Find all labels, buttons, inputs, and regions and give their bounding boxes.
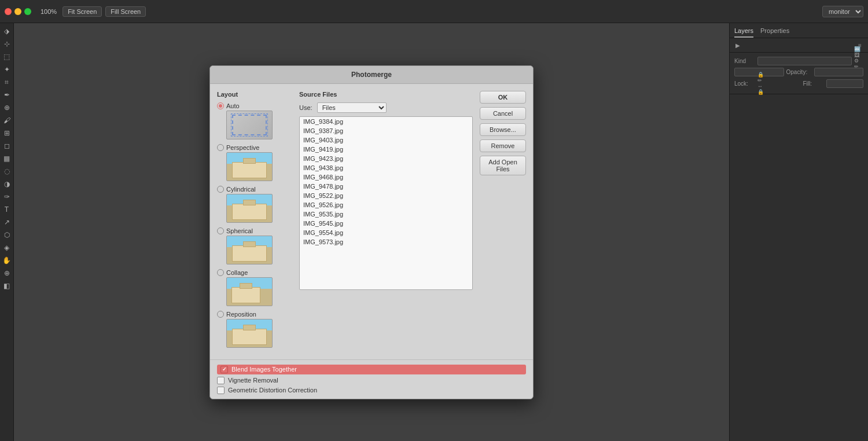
blending-row: Normal Opacity:	[734, 68, 863, 76]
cancel-button[interactable]: Cancel	[480, 107, 526, 120]
opacity-input[interactable]	[814, 68, 864, 76]
tool-heal[interactable]: ⊕	[1, 102, 13, 113]
tool-select[interactable]: ⊹	[1, 38, 13, 50]
use-select[interactable]: Files	[317, 102, 387, 113]
radio-reposition[interactable]	[217, 311, 224, 318]
tool-brush[interactable]: 🖌	[1, 115, 13, 126]
tool-eyedropper[interactable]: ✒	[1, 89, 13, 101]
bld-cylindrical	[232, 204, 267, 220]
kind-input[interactable]	[757, 57, 852, 65]
fill-input[interactable]	[826, 79, 864, 88]
file-item[interactable]: IMG_9535.jpg	[300, 210, 472, 219]
tab-properties[interactable]: Properties	[760, 27, 789, 38]
auto-thumb-inner	[232, 115, 267, 135]
tab-layers[interactable]: Layers	[734, 27, 753, 38]
dialog-buttons: OK Cancel Browse... Remove Add Open File…	[480, 91, 526, 352]
file-item[interactable]: IMG_9573.jpg	[300, 237, 472, 247]
layout-option-auto: Auto	[217, 102, 292, 139]
file-item[interactable]: IMG_9403.jpg	[300, 135, 472, 145]
tool-shape[interactable]: ⬡	[1, 229, 13, 241]
tool-gradient[interactable]: ▦	[1, 153, 13, 164]
radio-cylindrical[interactable]	[217, 186, 224, 193]
thumb-auto	[226, 111, 273, 139]
tool-hand[interactable]: ✋	[1, 255, 13, 266]
kind-icons: 🔤 🖼 ⚙ ✏ Aa	[854, 56, 863, 65]
file-item[interactable]: IMG_9419.jpg	[300, 145, 472, 154]
file-item[interactable]: IMG_9522.jpg	[300, 191, 472, 200]
tool-foreground-bg[interactable]: ◧	[1, 280, 13, 292]
maximize-button[interactable]	[24, 8, 31, 15]
tool-move[interactable]: ⬗	[1, 25, 13, 37]
label-spherical: Spherical	[226, 227, 253, 234]
layout-spherical-header: Spherical	[217, 227, 292, 234]
radio-spherical[interactable]	[217, 227, 224, 234]
traffic-lights	[5, 8, 31, 15]
bld-spherical	[232, 245, 267, 262]
radio-perspective[interactable]	[217, 144, 224, 151]
file-list[interactable]: IMG_9384.jpgIMG_9387.jpgIMG_9403.jpgIMG_…	[299, 116, 473, 290]
geo-distortion-label: Geometric Distortion Correction	[228, 387, 317, 394]
lock-row: Lock: 🔒 ✏ ↔ 🔒 Fill:	[734, 79, 863, 88]
tool-crop[interactable]: ⌗	[1, 76, 13, 88]
vignette-checkbox[interactable]	[217, 377, 225, 384]
source-section: Source Files Use: Files IMG_9384.jpgIMG_…	[299, 91, 473, 352]
tool-zoom[interactable]: ⊕	[1, 267, 13, 279]
fill-label: Fill:	[803, 80, 824, 87]
file-item[interactable]: IMG_9384.jpg	[300, 117, 472, 126]
file-item[interactable]: IMG_9387.jpg	[300, 126, 472, 135]
tool-type[interactable]: T	[1, 204, 13, 215]
panel-tabs: Layers Properties	[730, 23, 868, 38]
tool-lasso[interactable]: ⬚	[1, 51, 13, 63]
file-item[interactable]: IMG_9554.jpg	[300, 228, 472, 237]
thumb-spherical	[226, 236, 273, 264]
fill-screen-button[interactable]: Fill Screen	[105, 6, 146, 17]
thumb-reposition	[226, 319, 273, 348]
left-toolbar: ⬗ ⊹ ⬚ ✦ ⌗ ✒ ⊕ 🖌 ⊞ ◻ ▦ ◌ ◑ ✑ T ↗ ⬡ ◈ ✋ ⊕ …	[0, 23, 14, 441]
layout-option-collage: Collage	[217, 269, 292, 306]
tool-eraser[interactable]: ◻	[1, 140, 13, 152]
file-item[interactable]: IMG_9423.jpg	[300, 154, 472, 163]
radio-collage[interactable]	[217, 269, 224, 276]
layout-section-title: Layout	[217, 91, 292, 98]
zoom-level: 100%	[41, 8, 57, 15]
file-item[interactable]: IMG_9438.jpg	[300, 163, 472, 172]
thumb-cylindrical	[226, 194, 273, 223]
file-item[interactable]: IMG_9545.jpg	[300, 219, 472, 228]
opacity-label: Opacity:	[786, 69, 812, 75]
tool-3d[interactable]: ◈	[1, 242, 13, 253]
radio-auto[interactable]	[217, 102, 224, 109]
fit-screen-button[interactable]: Fit Screen	[62, 6, 102, 17]
lock-icon[interactable]: 🔒 ✏ ↔ 🔒	[757, 79, 767, 88]
tool-blur[interactable]: ◌	[1, 166, 13, 177]
browse-button[interactable]: Browse...	[480, 123, 526, 136]
minimize-button[interactable]	[14, 8, 21, 15]
layout-perspective-header: Perspective	[217, 144, 292, 151]
thumb-perspective	[226, 152, 273, 181]
source-files-title: Source Files	[299, 91, 473, 98]
photomerge-dialog: Photomerge Layout Auto	[209, 65, 534, 399]
layout-option-cylindrical: Cylindrical	[217, 186, 292, 223]
blend-checkbox[interactable]	[220, 366, 228, 373]
remove-button[interactable]: Remove	[480, 139, 526, 152]
dialog-overlay: Photomerge Layout Auto	[14, 23, 729, 441]
file-item[interactable]: IMG_9526.jpg	[300, 200, 472, 210]
tool-path[interactable]: ↗	[1, 216, 13, 228]
monitor-select[interactable]: monitor	[822, 6, 863, 17]
add-open-files-button[interactable]: Add Open Files	[480, 156, 526, 175]
file-item[interactable]: IMG_9468.jpg	[300, 172, 472, 182]
tool-clone[interactable]: ⊞	[1, 127, 13, 139]
lock-label: Lock:	[734, 80, 755, 87]
ok-button[interactable]: OK	[480, 91, 526, 104]
close-button[interactable]	[5, 8, 12, 15]
tool-magic-wand[interactable]: ✦	[1, 64, 13, 75]
thumb-collage	[226, 277, 273, 306]
file-item[interactable]: IMG_9478.jpg	[300, 182, 472, 191]
bld-perspective	[232, 162, 267, 178]
panel-play-icon[interactable]: ▶	[733, 41, 742, 50]
tool-pen[interactable]: ✑	[1, 191, 13, 203]
tool-dodge[interactable]: ◑	[1, 178, 13, 190]
layout-collage-header: Collage	[217, 269, 292, 276]
geo-distortion-checkbox[interactable]	[217, 387, 225, 394]
label-collage: Collage	[226, 269, 248, 276]
geo-distortion-row: Geometric Distortion Correction	[217, 387, 526, 394]
